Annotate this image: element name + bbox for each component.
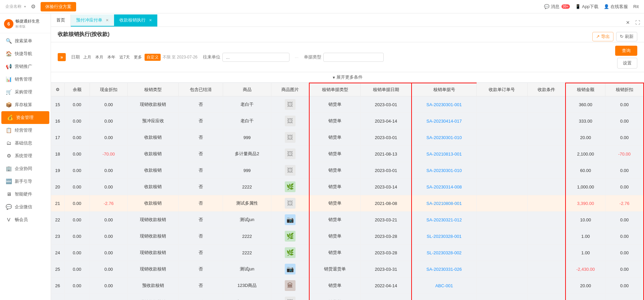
table-row: 25 0.00 0.00 现销收款核销 否 测试jun 📷 销货退货单 2023…	[51, 261, 644, 277]
cell-include-settled: 否	[178, 228, 223, 245]
gear-button[interactable]: ⚙	[29, 2, 38, 11]
goods-image: 🏛	[285, 280, 296, 291]
top-bar-right: 💬 消息 99+ 📱 App下载 👤 在线客服 Rit	[544, 4, 639, 10]
date-shortcut-more[interactable]: 更多	[132, 54, 143, 61]
sidebar-item-search[interactable]: 🔍 搜索菜单	[0, 35, 51, 47]
cell-writeoff-discount: 0.00	[605, 261, 644, 277]
bill-no-link[interactable]: SA-20210813-001	[426, 152, 462, 157]
sidebar-item-quicknav[interactable]: 🏠 快捷导航	[0, 47, 51, 60]
date-shortcut-this-year[interactable]: 本年	[106, 54, 117, 61]
cell-bill-type: 销货退货单	[309, 261, 360, 277]
tab-close-all[interactable]: ✕	[625, 18, 631, 27]
cell-bill-no: SA-20230331-026	[412, 261, 476, 277]
tab-writeoff[interactable]: 收款核销执行 ✕	[114, 14, 157, 27]
export-label: 导出	[601, 34, 610, 40]
message-button[interactable]: 💬 消息 99+	[544, 4, 570, 10]
cell-writeoff-amount: 1.00	[566, 245, 605, 261]
cell-include-settled: 否	[178, 245, 223, 261]
cell-writeoff-discount: 0.00	[605, 129, 644, 146]
more-conditions-button[interactable]: ▾ 展开更多条件	[333, 74, 363, 80]
cell-include-settled: 否	[178, 294, 223, 300]
cell-writeoff-type: 现销收款核销	[128, 96, 179, 113]
refresh-button[interactable]: ↻ 刷新	[616, 32, 637, 41]
tab-prepay-close[interactable]: ✕	[106, 18, 109, 23]
from-unit-input[interactable]	[222, 53, 289, 62]
message-badge: 99+	[561, 4, 570, 9]
bill-no-link[interactable]: SL-20230328-001	[427, 234, 462, 239]
cell-writeoff-discount: 0.00	[605, 277, 644, 294]
sidebar-item-purchase[interactable]: 🛒 采购管理	[0, 86, 51, 98]
sidebar-item-hardware[interactable]: 🖥 智能硬件	[0, 188, 51, 201]
goods-image: 🌿	[285, 247, 296, 258]
receipt-type-group: 单据类型	[304, 53, 384, 62]
cell-no: 16	[51, 113, 64, 129]
bill-no-link[interactable]: SA-20230314-008	[426, 184, 462, 189]
cell-cash-discount: 0.00	[90, 179, 127, 195]
cell-cash-discount: -2.76	[90, 195, 127, 212]
sidebar-item-base[interactable]: 🗂 基础信息	[0, 137, 51, 149]
cell-cash-discount: 0.00	[90, 245, 127, 261]
bill-no-link[interactable]: SL-20230328-002	[427, 250, 462, 255]
sidebar-item-label: 新手引导	[15, 178, 32, 184]
date-shortcut-last-month[interactable]: 上月	[82, 54, 93, 61]
cell-no: 26	[51, 277, 64, 294]
gear-col-icon[interactable]: ⚙	[56, 87, 60, 92]
cell-writeoff-type: 现销收款核销	[128, 261, 179, 277]
cell-receipt-order-no	[476, 195, 527, 212]
company-dropdown-icon[interactable]: ▾	[24, 5, 26, 8]
sidebar-item-marketing[interactable]: 📢 营销推广	[0, 60, 51, 73]
sidebar-item-newbie[interactable]: 🆕 新手引导	[0, 175, 51, 188]
table-container: ⚙ 余额 现金折扣 核销类型 包含已结清 商品 商品图片 核销单据类型 核销单据…	[51, 83, 644, 300]
sidebar-item-operation[interactable]: 📋 经营管理	[0, 124, 51, 137]
cell-include-settled: 否	[178, 129, 223, 146]
table-row: 27 0.00 0.00 现销收款核销 否 衣服00001 🖼 销货单 2023…	[51, 294, 644, 300]
receipt-type-select[interactable]	[323, 53, 384, 62]
date-shortcut-this-month[interactable]: 本月	[94, 54, 105, 61]
sidebar-item-label: 采购管理	[15, 89, 32, 95]
cell-bill-no: SL-20230328-002	[412, 245, 476, 261]
bill-no-link[interactable]: SA-20230414-017	[426, 119, 462, 124]
industry-button[interactable]: 休验行业方案	[41, 2, 76, 11]
bill-no-link[interactable]: SA-20230331-026	[426, 267, 462, 272]
cell-receipt-order-no	[476, 277, 527, 294]
service-icon: 👤	[604, 4, 609, 9]
sidebar-item-member[interactable]: V 畅会员	[0, 213, 51, 226]
bill-no-link[interactable]: SA-20230301-010	[426, 168, 462, 173]
tab-writeoff-close[interactable]: ✕	[149, 18, 152, 23]
bill-no-link[interactable]: SA-20210808-001	[426, 201, 462, 206]
settings-button[interactable]: 设置	[617, 58, 637, 69]
goods-image: 🖼	[285, 116, 296, 126]
tab-home[interactable]: 首页	[51, 14, 71, 27]
bill-no-link[interactable]: SA-20230301-010	[426, 135, 462, 140]
page-content: 收款核销执行(按收款) ↗ 导出 ↻ 刷新 »	[51, 27, 644, 300]
cell-balance: 0.00	[64, 294, 90, 300]
cell-receipt-order-no	[476, 162, 527, 179]
bill-no-link[interactable]: SA-20230321-012	[426, 217, 462, 222]
app-download-button[interactable]: 📱 App下载	[575, 4, 598, 10]
bill-no-link[interactable]: ABC-001	[435, 283, 453, 288]
cell-bill-type: 销货单	[309, 96, 360, 113]
cell-cash-discount: 0.00	[90, 162, 127, 179]
cell-bill-no: SL-20230328-001	[412, 228, 476, 245]
sidebar-item-company[interactable]: 🏢 企业协同	[0, 162, 51, 175]
sidebar-item-sales[interactable]: 📊 销售管理	[0, 73, 51, 86]
date-shortcut-7days[interactable]: 近7天	[118, 54, 131, 61]
tab-expand[interactable]: ⛶	[634, 18, 641, 27]
expand-button[interactable]: »	[58, 53, 66, 61]
th-settings[interactable]: ⚙	[51, 83, 64, 96]
online-service-button[interactable]: 👤 在线客服	[604, 4, 628, 10]
bill-no-link[interactable]: SA-20230301-001	[426, 102, 462, 107]
sidebar-item-wechat[interactable]: 💬 企业微信	[0, 201, 51, 213]
tab-prepay[interactable]: 预付冲应付单 ✕	[71, 14, 114, 27]
cell-balance: 0.00	[64, 113, 90, 129]
date-shortcut-custom[interactable]: 自定义	[145, 54, 161, 61]
sidebar-item-inventory[interactable]: 📦 库存核算	[0, 98, 51, 111]
export-button[interactable]: ↗ 导出	[592, 32, 613, 41]
sidebar-item-label: 销售管理	[15, 76, 32, 82]
cell-bill-type: 销货单	[309, 195, 360, 212]
cell-payment-terms	[527, 245, 566, 261]
cell-writeoff-type: 收款核销	[128, 162, 179, 179]
sidebar-item-system[interactable]: ⚙ 系统管理	[0, 149, 51, 162]
query-button[interactable]: 查询	[615, 46, 637, 56]
sidebar-item-finance[interactable]: 💰 资金管理	[1, 111, 49, 124]
